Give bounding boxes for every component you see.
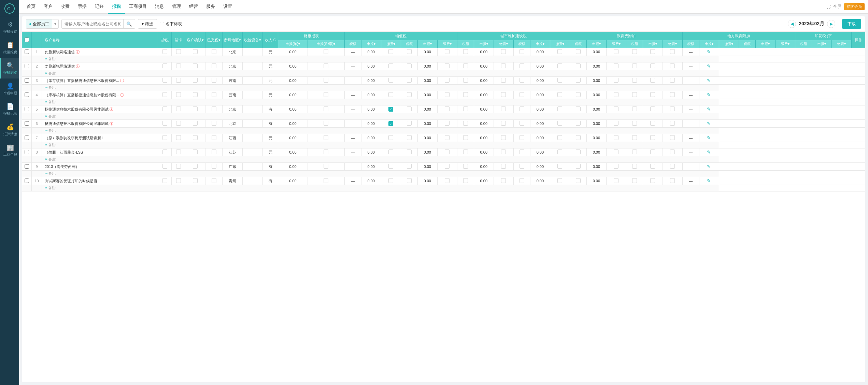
dfj-checkbox1[interactable] xyxy=(557,164,562,169)
row-checkbox[interactable] xyxy=(25,92,29,97)
vip-button[interactable]: 稻客会员 xyxy=(844,3,865,10)
yiwanshui-checkbox[interactable] xyxy=(212,178,216,183)
cjt-checkbox2[interactable] xyxy=(463,149,468,154)
cjt-checkbox1[interactable] xyxy=(445,78,450,83)
zzs-checkbox2[interactable] xyxy=(407,92,412,97)
cjt-checkbox1[interactable] xyxy=(445,63,450,68)
confirm-checkbox[interactable] xyxy=(193,92,198,97)
yhs-checkbox1[interactable] xyxy=(614,63,618,68)
download-button[interactable]: 下载 xyxy=(842,19,861,29)
dfj-checkbox1[interactable] xyxy=(557,78,562,83)
yhs-checkbox1[interactable] xyxy=(614,78,618,83)
yhs-checkbox2[interactable] xyxy=(632,149,637,154)
chaoshui-checkbox[interactable] xyxy=(162,49,167,54)
dfj-checkbox1[interactable] xyxy=(557,178,562,183)
chaoshui-checkbox[interactable] xyxy=(162,178,167,183)
cjt-checkbox2[interactable] xyxy=(463,106,468,111)
yhs-checkbox1[interactable] xyxy=(614,135,618,140)
nav-business[interactable]: 工商项目 xyxy=(125,0,151,14)
chaoshui-checkbox[interactable] xyxy=(162,92,167,97)
yiwanshui-checkbox[interactable] xyxy=(212,164,216,169)
caibao-checkbox[interactable] xyxy=(324,121,328,126)
mingxia-checkbox[interactable] xyxy=(160,22,164,26)
dfj-checkbox2[interactable] xyxy=(576,121,581,126)
dfj-checkbox1[interactable] xyxy=(557,63,562,68)
qingka-checkbox[interactable] xyxy=(176,121,181,126)
confirm-checkbox[interactable] xyxy=(193,164,198,169)
dfj-checkbox2[interactable] xyxy=(576,106,581,111)
jyf-checkbox1[interactable] xyxy=(501,78,506,83)
confirm-checkbox[interactable] xyxy=(193,49,198,54)
chaoshui-checkbox[interactable] xyxy=(162,63,167,68)
caibao-checkbox[interactable] xyxy=(324,92,328,97)
cjt-checkbox2[interactable] xyxy=(463,63,468,68)
yiwanshui-checkbox[interactable] xyxy=(212,135,216,140)
yhs-checkbox1[interactable] xyxy=(614,106,618,111)
confirm-checkbox[interactable] xyxy=(193,78,198,83)
cjt-checkbox1[interactable] xyxy=(445,164,450,169)
search-button[interactable]: 🔍 xyxy=(123,19,135,28)
employee-selector[interactable]: ● 全部员工 ▾ xyxy=(26,19,59,29)
zzs-checkbox2[interactable] xyxy=(407,178,412,183)
edit-icon[interactable]: ✎ xyxy=(707,135,711,141)
checkbox-mingxia[interactable]: 名下标表 xyxy=(160,21,182,27)
edit-icon[interactable]: ✎ xyxy=(707,106,711,112)
yiwanshui-checkbox[interactable] xyxy=(212,49,216,54)
chaoshui-checkbox[interactable] xyxy=(162,135,167,140)
cjt-checkbox2[interactable] xyxy=(463,135,468,140)
row-checkbox[interactable] xyxy=(25,49,29,54)
search-input[interactable] xyxy=(62,22,123,26)
caibao-checkbox[interactable] xyxy=(324,135,328,140)
jyf-checkbox1[interactable] xyxy=(501,121,506,126)
zzs-checkbox2[interactable] xyxy=(407,121,412,126)
sidebar-item-geshui[interactable]: 👤 个税申报 xyxy=(0,79,19,99)
nav-fee[interactable]: 收费 xyxy=(57,0,74,14)
nav-operation[interactable]: 经营 xyxy=(185,0,202,14)
jyf-checkbox1[interactable] xyxy=(501,164,506,169)
zzs-checkbox2[interactable] xyxy=(407,164,412,169)
jyf-checkbox2[interactable] xyxy=(520,63,524,68)
qingka-checkbox[interactable] xyxy=(176,49,181,54)
yiwanshui-checkbox[interactable] xyxy=(212,106,216,111)
filter-button[interactable]: ▾ 筛选 xyxy=(138,19,157,29)
nav-home[interactable]: 首页 xyxy=(23,0,40,14)
caibao-checkbox[interactable] xyxy=(324,63,328,68)
employee-dropdown-arrow[interactable]: ▾ xyxy=(52,19,58,28)
confirm-checkbox[interactable] xyxy=(193,149,198,154)
nav-client[interactable]: 客户 xyxy=(40,0,57,14)
edit-icon[interactable]: ✎ xyxy=(707,121,711,126)
cjt-checkbox2[interactable] xyxy=(463,49,468,54)
zzs-checkbox2[interactable] xyxy=(407,63,412,68)
confirm-checkbox[interactable] xyxy=(193,121,198,126)
jyf-checkbox1[interactable] xyxy=(501,149,506,154)
yhs-checkbox1[interactable] xyxy=(614,121,618,126)
cjt-checkbox1[interactable] xyxy=(445,49,450,54)
chaoshui-checkbox[interactable] xyxy=(162,149,167,154)
yhs-checkbox1[interactable] xyxy=(614,164,618,169)
yhs-checkbox1[interactable] xyxy=(614,49,618,54)
yiwanshui-checkbox[interactable] xyxy=(212,121,216,126)
edit-icon[interactable]: ✎ xyxy=(707,63,711,69)
cjt-checkbox2[interactable] xyxy=(463,121,468,126)
caibao-checkbox[interactable] xyxy=(324,49,328,54)
cjt-checkbox1[interactable] xyxy=(445,121,450,126)
jyf-checkbox1[interactable] xyxy=(501,178,506,183)
edit-icon[interactable]: ✎ xyxy=(707,78,711,83)
cjt-checkbox2[interactable] xyxy=(463,92,468,97)
cjt-checkbox2[interactable] xyxy=(463,164,468,169)
zzs-checkbox2[interactable] xyxy=(407,149,412,154)
row-checkbox[interactable] xyxy=(25,78,29,83)
jyf-checkbox2[interactable] xyxy=(520,106,524,111)
yhs-checkbox2[interactable] xyxy=(632,121,637,126)
caibao-checkbox[interactable] xyxy=(324,178,328,183)
dfj-checkbox2[interactable] xyxy=(576,135,581,140)
qingka-checkbox[interactable] xyxy=(176,149,181,154)
sidebar-item-piliang[interactable]: 📋 批量报税 xyxy=(0,38,19,58)
nav-accounting[interactable]: 记账 xyxy=(91,0,108,14)
dfj-checkbox2[interactable] xyxy=(576,92,581,97)
jyf-checkbox1[interactable] xyxy=(501,49,506,54)
caibao-checkbox[interactable] xyxy=(324,106,328,111)
dfj-checkbox2[interactable] xyxy=(576,149,581,154)
qingka-checkbox[interactable] xyxy=(176,164,181,169)
caibao-checkbox[interactable] xyxy=(324,164,328,169)
